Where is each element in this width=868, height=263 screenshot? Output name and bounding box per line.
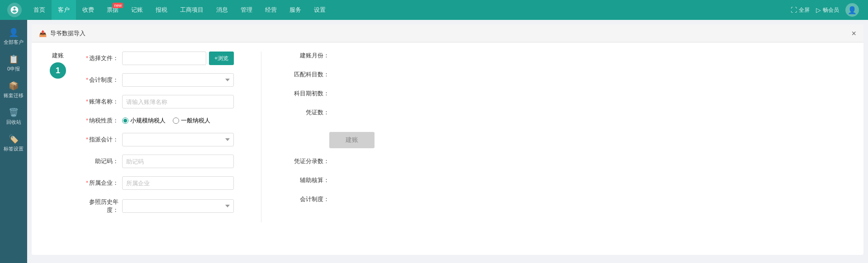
nav-items: 首页 客户 收费 票据 new 记账 报税 工商项目 消息 管理 经营 服务 设… bbox=[27, 0, 791, 20]
nav-operation[interactable]: 经营 bbox=[259, 0, 283, 20]
nav-customer[interactable]: 客户 bbox=[52, 0, 76, 20]
close-button[interactable]: × bbox=[851, 29, 856, 38]
file-text-input[interactable] bbox=[122, 52, 206, 65]
nav-fee[interactable]: 收费 bbox=[76, 0, 100, 20]
file-label: *选择文件： bbox=[82, 54, 119, 62]
right-form: 建账月份： 匹配科目数： 科目期初数： 凭证数： bbox=[289, 52, 415, 222]
step-left-section: 建账 1 *选择文件： bbox=[50, 52, 234, 222]
small-taxpayer-radio-input[interactable] bbox=[122, 117, 128, 124]
accountant-select[interactable] bbox=[122, 133, 234, 146]
company-row: *所属企业： bbox=[82, 176, 234, 190]
tax-type-label: *纳税性质： bbox=[82, 117, 119, 125]
panel-header: 📤 导爷数据导入 × bbox=[32, 24, 863, 42]
sidebar: 👤 全部客户 📋 0申报 📦 账套迁移 🗑️ 回收站 🏷️ 标签设置 bbox=[0, 20, 27, 263]
memo-label: 助记码： bbox=[82, 157, 119, 165]
main-layout: 👤 全部客户 📋 0申报 📦 账套迁移 🗑️ 回收站 🏷️ 标签设置 📤 导爷数… bbox=[0, 20, 868, 263]
nav-ledger[interactable]: 记账 bbox=[125, 0, 149, 20]
nav-home[interactable]: 首页 bbox=[27, 0, 52, 20]
history-year-label: 参照历史年度： bbox=[82, 198, 119, 214]
form-area: 建账 1 *选择文件： bbox=[32, 42, 863, 231]
match-label: 匹配科目数： bbox=[289, 70, 329, 79]
declaration-icon: 📋 bbox=[9, 55, 18, 64]
sidebar-item-declaration[interactable]: 📋 0申报 bbox=[0, 51, 27, 76]
left-form: *选择文件： +浏览 *会计制度： bbox=[82, 52, 234, 222]
logo-circle bbox=[7, 3, 22, 17]
accounting-sys-label: 会计制度： bbox=[289, 195, 329, 203]
accountant-label: *指派会计： bbox=[82, 136, 119, 144]
browse-button[interactable]: +浏览 bbox=[209, 52, 234, 65]
content-area: 📤 导爷数据导入 × 建账 1 bbox=[27, 20, 868, 263]
migration-icon: 📦 bbox=[9, 81, 18, 90]
build-btn-row: 建账 bbox=[289, 127, 415, 148]
general-taxpayer-radio-input[interactable] bbox=[173, 117, 179, 124]
month-row: 建账月份： bbox=[289, 52, 415, 60]
voucher-records-label: 凭证分录数： bbox=[289, 157, 329, 165]
file-input-group: +浏览 bbox=[122, 52, 234, 65]
tax-radio-group: 小规模纳税人 一般纳税人 bbox=[122, 117, 210, 125]
auxiliary-row: 辅助核算： bbox=[289, 176, 415, 184]
logo-icon bbox=[10, 5, 19, 14]
step-label: 建账 bbox=[52, 52, 64, 60]
nav-right: ⛶ 全屏 ▷ 畅会员 👤 bbox=[791, 3, 859, 17]
nav-message[interactable]: 消息 bbox=[210, 0, 234, 20]
nav-business[interactable]: 工商项目 bbox=[174, 0, 210, 20]
vertical-divider bbox=[261, 52, 261, 222]
accounting-select[interactable] bbox=[122, 73, 234, 87]
auxiliary-label: 辅助核算： bbox=[289, 176, 329, 184]
voucher-records-row: 凭证分录数： bbox=[289, 157, 415, 165]
play-icon: ▷ bbox=[816, 6, 821, 14]
company-label: *所属企业： bbox=[82, 179, 119, 187]
ledger-name-input[interactable] bbox=[122, 95, 234, 108]
memo-input[interactable] bbox=[122, 155, 234, 168]
nav-settings[interactable]: 设置 bbox=[308, 0, 332, 20]
fullscreen-btn[interactable]: ⛶ 全屏 bbox=[791, 6, 810, 14]
fullscreen-icon: ⛶ bbox=[791, 6, 797, 14]
avatar[interactable]: 👤 bbox=[845, 3, 859, 17]
history-year-row: 参照历史年度： bbox=[82, 198, 234, 214]
import-panel: 📤 导爷数据导入 × 建账 1 bbox=[32, 24, 863, 255]
sidebar-item-tags[interactable]: 🏷️ 标签设置 bbox=[0, 131, 27, 156]
member-btn[interactable]: ▷ 畅会员 bbox=[816, 6, 839, 14]
sidebar-item-all-customers[interactable]: 👤 全部客户 bbox=[0, 24, 27, 49]
accounting-row: *会计制度： bbox=[82, 73, 234, 87]
new-badge: new bbox=[113, 3, 123, 8]
build-account-button[interactable]: 建账 bbox=[329, 132, 375, 148]
nav-manage[interactable]: 管理 bbox=[234, 0, 259, 20]
general-taxpayer-radio[interactable]: 一般纳税人 bbox=[173, 117, 210, 125]
step-circle: 1 bbox=[50, 62, 66, 79]
match-row: 匹配科目数： bbox=[289, 70, 415, 79]
top-nav: 首页 客户 收费 票据 new 记账 报税 工商项目 消息 管理 经营 服务 设… bbox=[0, 0, 868, 20]
panel-title: 导爷数据导入 bbox=[50, 29, 85, 38]
file-row: *选择文件： +浏览 bbox=[82, 52, 234, 65]
tax-type-row: *纳税性质： 小规模纳税人 一般纳税人 bbox=[82, 117, 234, 125]
import-icon: 📤 bbox=[39, 30, 47, 37]
nav-service[interactable]: 服务 bbox=[283, 0, 308, 20]
period-row: 科目期初数： bbox=[289, 89, 415, 98]
accounting-label: *会计制度： bbox=[82, 76, 119, 84]
nav-invoice[interactable]: 票据 new bbox=[100, 0, 125, 20]
voucher-label: 凭证数： bbox=[289, 108, 329, 117]
company-input[interactable] bbox=[122, 176, 234, 190]
accounting-sys-row: 会计制度： bbox=[289, 195, 415, 203]
sidebar-item-migration[interactable]: 📦 账套迁移 bbox=[0, 78, 27, 103]
user-icon: 👤 bbox=[9, 28, 18, 37]
voucher-row: 凭证数： bbox=[289, 108, 415, 117]
accountant-row: *指派会计： bbox=[82, 133, 234, 146]
trash-icon: 🗑️ bbox=[9, 108, 18, 117]
ledger-name-label: *账簿名称： bbox=[82, 98, 119, 106]
small-taxpayer-radio[interactable]: 小规模纳税人 bbox=[122, 117, 166, 125]
memo-row: 助记码： bbox=[82, 155, 234, 168]
nav-tax[interactable]: 报税 bbox=[149, 0, 174, 20]
ledger-name-row: *账簿名称： bbox=[82, 95, 234, 108]
tag-icon: 🏷️ bbox=[9, 135, 18, 144]
step-section: 建账 1 bbox=[50, 52, 66, 79]
sidebar-item-recycle[interactable]: 🗑️ 回收站 bbox=[0, 104, 27, 129]
history-year-select[interactable] bbox=[122, 199, 234, 213]
month-label: 建账月份： bbox=[289, 52, 329, 60]
logo bbox=[5, 0, 24, 20]
period-label: 科目期初数： bbox=[289, 89, 329, 98]
